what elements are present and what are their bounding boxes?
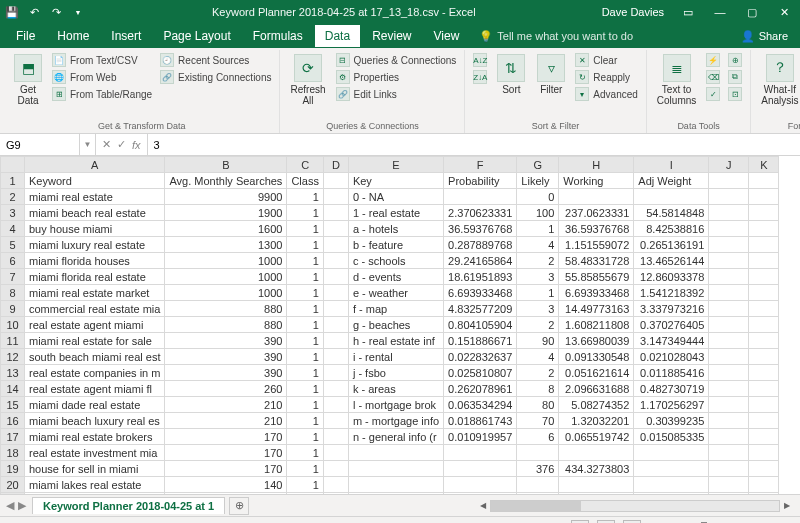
cell[interactable]: 5.08274352 (559, 397, 634, 413)
cell[interactable] (709, 493, 749, 495)
cell[interactable] (709, 477, 749, 493)
cell[interactable]: 8.42538816 (634, 221, 709, 237)
cell[interactable]: 1 (287, 205, 324, 221)
cell[interactable] (444, 493, 517, 495)
cell[interactable] (517, 445, 559, 461)
cell[interactable]: 0.262078961 (444, 381, 517, 397)
user-name[interactable]: Dave Davies (602, 6, 664, 18)
row-header[interactable]: 18 (1, 445, 25, 461)
cell[interactable]: real estate agent miami fl (25, 381, 165, 397)
reapply-button[interactable]: ↻Reapply (573, 69, 639, 85)
cell[interactable]: n - general info (r (348, 429, 443, 445)
cell[interactable] (709, 317, 749, 333)
cell[interactable]: 0.051621614 (559, 365, 634, 381)
cell[interactable]: miami lakes real estate (25, 477, 165, 493)
cell[interactable]: miami beach real estate (25, 205, 165, 221)
next-sheet-icon[interactable]: ▶ (18, 499, 26, 512)
cell[interactable]: 0.151886671 (444, 333, 517, 349)
column-header-J[interactable]: J (709, 157, 749, 173)
cell[interactable]: 1.32032201 (559, 413, 634, 429)
cell[interactable] (323, 493, 348, 495)
undo-icon[interactable]: ↶ (26, 4, 42, 20)
tell-me-search[interactable]: 💡Tell me what you want to do (479, 30, 633, 43)
cell[interactable]: 1000 (165, 269, 287, 285)
row-header[interactable]: 7 (1, 269, 25, 285)
cell[interactable] (323, 349, 348, 365)
cell[interactable]: house for sell in miami (25, 461, 165, 477)
cell[interactable]: miami real estate (25, 189, 165, 205)
normal-view-button[interactable] (571, 520, 589, 524)
qat-dropdown-icon[interactable]: ▼ (70, 4, 86, 20)
cell[interactable]: 4 (517, 349, 559, 365)
cell[interactable]: 140 (165, 477, 287, 493)
cell[interactable]: Likely (517, 173, 559, 189)
cell[interactable]: 0.018861743 (444, 413, 517, 429)
cell[interactable]: 1 (287, 285, 324, 301)
cell[interactable] (749, 477, 779, 493)
row-header[interactable]: 14 (1, 381, 25, 397)
cell[interactable]: 8 (517, 381, 559, 397)
cell[interactable]: b - feature (348, 237, 443, 253)
cell[interactable]: 210 (165, 397, 287, 413)
cell[interactable]: 1 (287, 365, 324, 381)
cell[interactable]: 2 (517, 253, 559, 269)
cell[interactable]: g - beaches (348, 317, 443, 333)
cell[interactable] (709, 349, 749, 365)
cell[interactable] (749, 205, 779, 221)
cell[interactable]: Class (287, 173, 324, 189)
cell[interactable] (323, 365, 348, 381)
cell[interactable] (749, 253, 779, 269)
cell[interactable]: 18.61951893 (444, 269, 517, 285)
advanced-filter-button[interactable]: ▾Advanced (573, 86, 639, 102)
cell[interactable] (749, 461, 779, 477)
cell[interactable]: 1 (287, 189, 324, 205)
cell[interactable] (559, 189, 634, 205)
cell[interactable]: 237.0623331 (559, 205, 634, 221)
cell[interactable]: Keyword (25, 173, 165, 189)
cell[interactable]: 170 (165, 461, 287, 477)
cell[interactable]: miami dade real estate (25, 397, 165, 413)
cell[interactable]: 6.693933468 (559, 285, 634, 301)
cell[interactable]: 6.693933468 (444, 285, 517, 301)
cell[interactable]: 1 (287, 317, 324, 333)
cell[interactable] (517, 493, 559, 495)
cell[interactable]: 1 (287, 397, 324, 413)
cell[interactable] (749, 381, 779, 397)
cell[interactable] (709, 333, 749, 349)
cell[interactable]: 1 (287, 237, 324, 253)
remove-dup-button[interactable]: ⌫ (704, 69, 722, 85)
row-header[interactable]: 5 (1, 237, 25, 253)
name-box-dropdown-icon[interactable]: ▼ (80, 134, 96, 155)
enter-formula-icon[interactable]: ✓ (117, 138, 126, 151)
prev-sheet-icon[interactable]: ◀ (6, 499, 14, 512)
edit-links-button[interactable]: 🔗Edit Links (334, 86, 459, 102)
cell[interactable]: 36.59376768 (444, 221, 517, 237)
row-header[interactable]: 8 (1, 285, 25, 301)
cell[interactable]: 36.59376768 (559, 221, 634, 237)
cell[interactable] (709, 445, 749, 461)
cell[interactable] (348, 445, 443, 461)
cell[interactable]: 1 (287, 333, 324, 349)
cell[interactable] (634, 461, 709, 477)
row-header[interactable]: 3 (1, 205, 25, 221)
filter-button[interactable]: ▿Filter (533, 52, 569, 97)
cell[interactable]: 1 (287, 461, 324, 477)
cell[interactable]: 1 (287, 349, 324, 365)
cell[interactable] (749, 317, 779, 333)
cell[interactable]: 2 (517, 317, 559, 333)
cell[interactable]: miami real estate brokers (25, 429, 165, 445)
cell[interactable] (709, 413, 749, 429)
cell[interactable]: 0.011885416 (634, 365, 709, 381)
cell[interactable]: real estate investment mia (25, 445, 165, 461)
cell[interactable]: 1 (287, 269, 324, 285)
column-header-F[interactable]: F (444, 157, 517, 173)
cell[interactable] (517, 477, 559, 493)
cell[interactable]: 90 (517, 333, 559, 349)
cell[interactable] (323, 237, 348, 253)
existing-connections-button[interactable]: 🔗Existing Connections (158, 69, 273, 85)
add-sheet-button[interactable]: ⊕ (229, 497, 249, 515)
relationships-button[interactable]: ⧉ (726, 69, 744, 85)
cell[interactable] (444, 461, 517, 477)
cell[interactable] (709, 381, 749, 397)
cell[interactable]: miami florida real estate (25, 269, 165, 285)
